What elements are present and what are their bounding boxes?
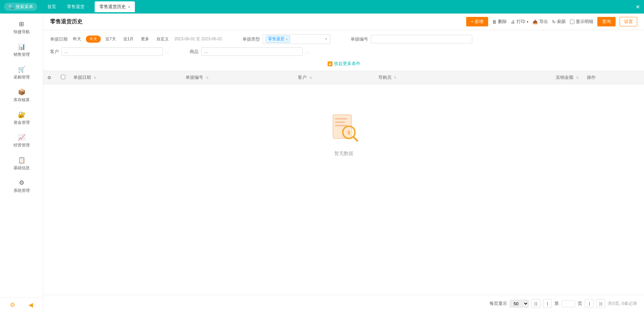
col-number[interactable]: 单据编号 ⇅ [182,71,294,84]
inventory-icon: 📦 [18,88,25,96]
pagination: 每页显示 10 20 50 100 ⟨⟨ ⟨ 第 1 页 ⟩ ⟩⟩ 共0页, 0… [43,295,644,312]
type-tag: 零售退货 × [266,36,290,43]
content-area: 零售退货历史 + 新增 🗑 删除 🖨 打印 ▾ 📤 导出 ↻ [43,14,644,312]
col-amount-label: 实销金额 [556,75,573,80]
sidebar-item-system[interactable]: ⚙ 系统管理 [0,175,43,198]
col-customer-sort-icon: ⇅ [309,76,312,80]
page-size-select[interactable]: 10 20 50 100 [510,300,529,308]
sidebar-item-purchase-label: 采购管理 [14,74,30,80]
first-page-button[interactable]: ⟨⟨ [531,299,540,308]
search-menu[interactable]: 🔍 搜索菜单 [4,3,37,11]
type-filter-group: 单据类型 零售退货 × ▾ [242,34,330,44]
tab-retail-return[interactable]: 零售退货 × [62,1,93,12]
filter-area: 单据日期 昨天 今天 近7天 近1月 更多 自定义 2023-06-02 至 2… [43,30,644,71]
date-yesterday[interactable]: 昨天 [70,36,84,43]
search-icon: 🔍 [8,4,14,9]
col-checkbox[interactable] [57,71,69,84]
tab-list: 首页 零售退货 × 零售退货历史 × [43,1,636,12]
number-input[interactable] [371,35,472,43]
show-detail-label: 显示明细 [576,19,593,25]
svg-text:$: $ [348,130,350,135]
collapse-up-icon: 🔼 [327,61,333,66]
col-action-label: 操作 [587,75,596,80]
customer-ellipsis: ... [166,49,169,54]
show-detail-toggle[interactable]: 显示明细 [570,19,593,25]
customer-filter-group: 客户 ... [50,47,169,56]
date-more[interactable]: 更多 [138,36,152,43]
table-body: $ 暂无数据 [43,84,644,184]
refresh-label: 刷新 [557,19,566,25]
col-settings[interactable]: ⚙ [43,71,57,84]
operation-icon: 📈 [18,134,25,141]
filter-row-1: 单据日期 昨天 今天 近7天 近1月 更多 自定义 2023-06-02 至 2… [50,34,637,44]
sidebar-item-quick-nav[interactable]: ⊞ 快捷导航 [0,16,43,39]
delete-label: 删除 [498,19,507,25]
page-title: 零售退货历史 [50,18,82,29]
number-label: 单据编号 [351,36,368,42]
date-last1m[interactable]: 近1月 [121,36,137,43]
refresh-button[interactable]: ↻ 刷新 [552,19,566,25]
main-layout: ⊞ 快捷导航 📊 销售管理 🛒 采购管理 📦 库存核算 🔐 资金管理 📈 [0,14,644,312]
date-today[interactable]: 今天 [86,36,101,43]
date-last7[interactable]: 近7天 [103,36,119,43]
sidebar: ⊞ 快捷导航 📊 销售管理 🛒 采购管理 📦 库存核算 🔐 资金管理 📈 [0,14,43,312]
window-close-button[interactable]: ✕ [636,4,640,10]
tab-home[interactable]: 首页 [43,1,61,12]
print-button[interactable]: 🖨 打印 ▾ [511,19,528,25]
goods-filter-group: 商品 ... [190,47,309,56]
select-all-checkbox[interactable] [61,75,65,79]
sidebar-item-inventory[interactable]: 📦 库存核算 [0,84,43,107]
sidebar-item-base-info[interactable]: 📋 基础信息 [0,152,43,175]
quick-nav-icon: ⊞ [19,20,24,28]
last-page-button[interactable]: ⟩⟩ [596,299,605,308]
col-number-label: 单据编号 [186,75,203,80]
col-date[interactable]: 单据日期 ⇅ [69,71,182,84]
type-tag-close[interactable]: × [286,37,288,41]
type-select[interactable]: 零售退货 × ▾ [263,34,330,44]
tab-retail-return-history[interactable]: 零售退货历史 × [95,1,135,12]
page-label-prefix: 第 [554,300,559,307]
show-detail-checkbox[interactable] [570,20,574,24]
top-bar: 🔍 搜索菜单 首页 零售退货 × 零售退货历史 × ✕ [0,0,644,14]
delete-button[interactable]: 🗑 删除 [492,19,507,25]
sidebar-item-purchase[interactable]: 🛒 采购管理 [0,62,43,84]
empty-state-row: $ 暂无数据 [43,84,644,184]
sidebar-item-inventory-label: 库存核算 [14,97,30,103]
col-number-sort-icon: ⇅ [206,76,209,80]
page-size-label: 每页显示 [490,300,507,307]
export-icon: 📤 [532,19,538,24]
next-page-button[interactable]: ⟩ [585,299,594,308]
col-guide[interactable]: 导购员 ⇅ [374,71,471,84]
col-customer[interactable]: 客户 ⇅ [294,71,374,84]
sidebar-item-sales[interactable]: 📊 销售管理 [0,39,43,62]
header-actions: + 新增 🗑 删除 🖨 打印 ▾ 📤 导出 ↻ 刷新 [466,17,637,30]
tab-retail-return-close[interactable]: × [87,5,89,9]
export-button[interactable]: 📤 导出 [532,19,548,25]
new-button[interactable]: + 新增 [466,17,488,26]
col-amount[interactable]: 实销金额 ⇅ [471,71,583,84]
filter-collapse-row: 🔼 收起更多条件 [50,59,637,67]
sidebar-item-operation[interactable]: 📈 经营管理 [0,130,43,152]
base-info-icon: 📋 [18,156,25,164]
print-icon: 🖨 [511,19,515,24]
goods-label: 商品 [190,49,198,55]
export-label: 导出 [539,19,548,25]
col-date-label: 单据日期 [73,75,91,80]
number-filter-group: 单据编号 [351,35,472,43]
col-customer-label: 客户 [298,75,307,80]
sidebar-item-finance[interactable]: 🔐 资金管理 [0,107,43,130]
svg-rect-3 [335,125,347,126]
tab-home-label: 首页 [47,4,56,10]
page-number-input[interactable]: 1 [562,300,575,307]
customer-input[interactable] [62,47,163,56]
delete-icon: 🗑 [492,19,497,24]
tab-retail-return-history-close[interactable]: × [128,5,130,9]
sidebar-settings-icon[interactable]: ⚙ [10,301,15,309]
date-custom[interactable]: 自定义 [154,36,171,43]
sidebar-collapse-icon[interactable]: ◀ [28,301,33,309]
setting-button[interactable]: 设置 [620,17,637,26]
query-button[interactable]: 查询 [597,17,616,26]
prev-page-button[interactable]: ⟨ [543,299,552,308]
collapse-more-button[interactable]: 🔼 收起更多条件 [327,61,360,67]
goods-input[interactable] [201,47,303,56]
